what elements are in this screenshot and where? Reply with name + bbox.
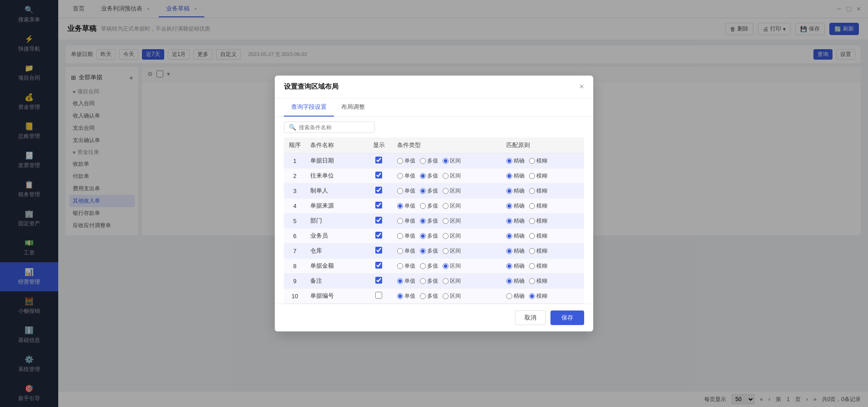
- cell-show[interactable]: [365, 198, 393, 214]
- show-checkbox[interactable]: [375, 157, 382, 163]
- match-option-label[interactable]: 精确: [506, 172, 525, 180]
- match-option-label[interactable]: 模糊: [529, 277, 547, 285]
- show-checkbox[interactable]: [375, 232, 382, 239]
- modal-tab-fields[interactable]: 查询字段设置: [284, 98, 334, 117]
- type-radio[interactable]: [397, 248, 403, 254]
- show-checkbox[interactable]: [375, 202, 382, 209]
- cell-show[interactable]: [365, 183, 393, 198]
- type-radio[interactable]: [443, 293, 449, 299]
- type-radio[interactable]: [420, 248, 426, 254]
- type-radio[interactable]: [420, 188, 426, 194]
- type-option-label[interactable]: 单值: [397, 202, 415, 210]
- match-option-label[interactable]: 精确: [506, 292, 525, 300]
- match-option-label[interactable]: 模糊: [529, 157, 547, 165]
- match-radio[interactable]: [506, 233, 512, 239]
- type-radio[interactable]: [397, 218, 403, 224]
- type-option-label[interactable]: 区间: [443, 262, 461, 270]
- type-option-label[interactable]: 区间: [443, 157, 461, 165]
- cell-type[interactable]: 单值多值区间: [393, 274, 502, 289]
- match-radio[interactable]: [529, 233, 535, 239]
- type-radio[interactable]: [420, 203, 426, 209]
- cell-show[interactable]: [365, 153, 393, 168]
- cell-type[interactable]: 单值多值区间: [393, 214, 502, 229]
- match-option-label[interactable]: 精确: [506, 262, 525, 270]
- type-option-label[interactable]: 单值: [397, 277, 415, 285]
- type-radio[interactable]: [420, 233, 426, 239]
- type-radio[interactable]: [443, 203, 449, 209]
- type-option-label[interactable]: 区间: [443, 187, 461, 195]
- type-radio[interactable]: [420, 173, 426, 179]
- type-option-label[interactable]: 区间: [443, 172, 461, 180]
- show-checkbox[interactable]: [375, 262, 382, 269]
- type-radio[interactable]: [397, 188, 403, 194]
- match-option-label[interactable]: 模糊: [529, 292, 547, 300]
- type-radio[interactable]: [397, 233, 403, 239]
- match-radio[interactable]: [506, 173, 512, 179]
- type-option-label[interactable]: 区间: [443, 292, 461, 300]
- cell-match[interactable]: 精确模糊: [502, 274, 584, 289]
- match-radio[interactable]: [529, 263, 535, 269]
- type-option-label[interactable]: 区间: [443, 217, 461, 225]
- show-checkbox[interactable]: [375, 292, 382, 299]
- match-radio[interactable]: [506, 158, 512, 164]
- cell-type[interactable]: 单值多值区间: [393, 183, 502, 198]
- cell-match[interactable]: 精确模糊: [502, 168, 584, 183]
- match-radio[interactable]: [506, 293, 512, 299]
- type-radio[interactable]: [443, 173, 449, 179]
- match-radio[interactable]: [529, 278, 535, 284]
- type-radio[interactable]: [397, 158, 403, 164]
- type-option-label[interactable]: 多值: [420, 292, 438, 300]
- cell-show[interactable]: [365, 259, 393, 274]
- cell-match[interactable]: 精确模糊: [502, 289, 584, 304]
- type-radio[interactable]: [443, 218, 449, 224]
- type-option-label[interactable]: 单值: [397, 262, 415, 270]
- show-checkbox[interactable]: [375, 187, 382, 193]
- type-option-label[interactable]: 多值: [420, 262, 438, 270]
- match-radio[interactable]: [529, 218, 535, 224]
- type-option-label[interactable]: 单值: [397, 157, 415, 165]
- match-radio[interactable]: [506, 218, 512, 224]
- match-option-label[interactable]: 精确: [506, 187, 525, 195]
- match-radio[interactable]: [506, 263, 512, 269]
- type-option-label[interactable]: 多值: [420, 247, 438, 255]
- match-option-label[interactable]: 精确: [506, 217, 525, 225]
- cell-match[interactable]: 精确模糊: [502, 214, 584, 229]
- cell-show[interactable]: [365, 274, 393, 289]
- type-radio[interactable]: [420, 218, 426, 224]
- match-radio[interactable]: [506, 188, 512, 194]
- type-radio[interactable]: [397, 293, 403, 299]
- type-radio[interactable]: [397, 173, 403, 179]
- match-option-label[interactable]: 精确: [506, 247, 525, 255]
- show-checkbox[interactable]: [375, 217, 382, 224]
- type-radio[interactable]: [443, 263, 449, 269]
- type-radio[interactable]: [397, 203, 403, 209]
- cell-show[interactable]: [365, 289, 393, 304]
- match-radio[interactable]: [506, 278, 512, 284]
- type-radio[interactable]: [420, 158, 426, 164]
- type-option-label[interactable]: 单值: [397, 292, 415, 300]
- cell-show[interactable]: [365, 168, 393, 183]
- match-option-label[interactable]: 精确: [506, 157, 525, 165]
- match-radio[interactable]: [529, 248, 535, 254]
- cell-type[interactable]: 单值多值区间: [393, 244, 502, 259]
- match-radio[interactable]: [529, 293, 535, 299]
- type-option-label[interactable]: 单值: [397, 172, 415, 180]
- type-option-label[interactable]: 多值: [420, 277, 438, 285]
- cell-match[interactable]: 精确模糊: [502, 244, 584, 259]
- type-option-label[interactable]: 多值: [420, 187, 438, 195]
- cell-show[interactable]: [365, 214, 393, 229]
- type-option-label[interactable]: 单值: [397, 217, 415, 225]
- type-option-label[interactable]: 区间: [443, 232, 461, 240]
- type-option-label[interactable]: 单值: [397, 247, 415, 255]
- type-option-label[interactable]: 单值: [397, 187, 415, 195]
- type-radio[interactable]: [443, 248, 449, 254]
- type-radio[interactable]: [443, 233, 449, 239]
- type-radio[interactable]: [420, 263, 426, 269]
- match-option-label[interactable]: 模糊: [529, 187, 547, 195]
- type-option-label[interactable]: 区间: [443, 202, 461, 210]
- type-radio[interactable]: [443, 158, 449, 164]
- type-option-label[interactable]: 多值: [420, 172, 438, 180]
- show-checkbox[interactable]: [375, 172, 382, 178]
- type-option-label[interactable]: 区间: [443, 247, 461, 255]
- match-option-label[interactable]: 模糊: [529, 247, 547, 255]
